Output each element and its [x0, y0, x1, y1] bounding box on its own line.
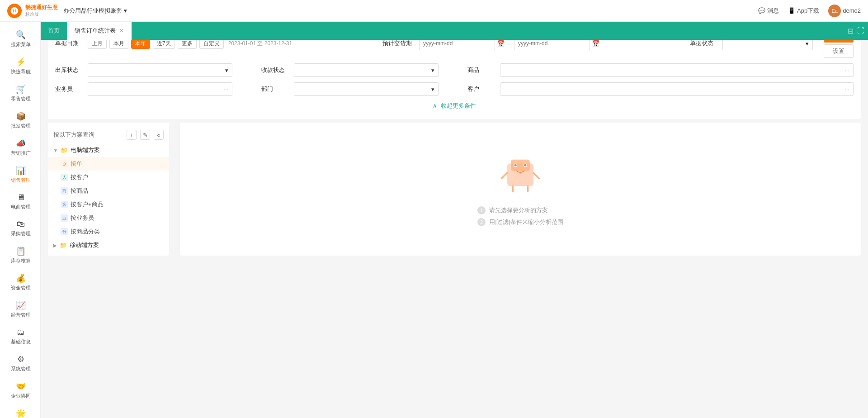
- tree-mobile-section: ▶ 📁 移动端方案: [48, 238, 169, 252]
- left-panel: 按以下方案查询 + ✎ « ▼ 📁: [48, 123, 169, 256]
- collapse-btn[interactable]: ∧ 收起更多条件: [55, 98, 854, 114]
- by-goods-category-icon: 分: [61, 228, 68, 235]
- topbar: 畅捷通好生意 标准版 办公用品行业模拟账套 ▾ 💬 消息 📱 App下载 Ea …: [0, 0, 868, 22]
- tab-home[interactable]: 首页: [41, 22, 67, 40]
- empty-hints: 1 请先选择要分析的方案 2 用[过滤]条件来缩小分析范围: [477, 204, 563, 228]
- tree-by-order[interactable]: ⊙ 按单: [48, 157, 169, 171]
- tree-by-goods-category[interactable]: 分 按商品分类: [48, 225, 169, 238]
- salesperson-select[interactable]: ···: [88, 82, 232, 96]
- left-panel-title: 按以下方案查询: [53, 131, 94, 139]
- sidebar-nav: 🔍 搜索菜单 ⚡ 快捷导航 🛒 零售管理 📦 批发管理 📣 营销推广 📊 销售管…: [0, 22, 40, 263]
- hint-num-1: 1: [477, 206, 486, 214]
- expected-delivery-label: 预计交货期: [382, 39, 412, 48]
- order-status-dropdown-icon: ▾: [806, 40, 809, 47]
- payment-status-select[interactable]: ▾: [294, 63, 439, 77]
- tree-pc-section: ▼ 📁 电脑端方案 ⊙ 按单 人 按客户 商 按商品 客: [48, 143, 169, 238]
- payment-status-dropdown-icon: ▾: [431, 67, 434, 74]
- department-select[interactable]: ▾: [294, 82, 439, 96]
- department-dropdown-icon: ▾: [431, 86, 434, 93]
- by-salesperson-icon: 业: [61, 214, 68, 222]
- topbar-right: 💬 消息 📱 App下载 Ea demo2: [758, 5, 861, 17]
- goods-label: 商品: [467, 66, 493, 74]
- empty-hint-row-1: 1 请先选择要分析的方案: [477, 204, 563, 216]
- tree-mobile-arrow-icon: ▶: [53, 243, 57, 248]
- cal-icon-left[interactable]: 📅: [497, 40, 505, 47]
- user-area[interactable]: Ea demo2: [828, 5, 861, 17]
- payment-status-label: 收款状态: [261, 66, 287, 74]
- empty-illustration: [498, 150, 543, 195]
- by-customer-goods-icon: 客: [61, 201, 68, 208]
- by-customer-icon: 人: [61, 174, 68, 181]
- tree-arrow-icon: ▼: [53, 148, 58, 153]
- sidebar-item-quicknav[interactable]: ⚡ 快捷导航: [0, 52, 40, 80]
- edit-icon: ✎: [143, 132, 148, 138]
- settings-btn[interactable]: 设置: [824, 44, 854, 58]
- tab-minimize-icon[interactable]: ⊟: [848, 27, 854, 35]
- sidebar-item-sales[interactable]: 📊 销售管理: [0, 161, 40, 188]
- logo-area: 畅捷通好生意 标准版: [7, 4, 58, 18]
- tab-sales-order-stats[interactable]: 销售订单统计表 ✕: [67, 22, 132, 40]
- split-layout: 按以下方案查询 + ✎ « ▼ 📁: [48, 123, 861, 256]
- tab-close-icon[interactable]: ✕: [119, 28, 124, 34]
- quicknav-icon: ⚡: [16, 57, 26, 67]
- inventory-icon: 📋: [16, 246, 26, 256]
- search-icon: 🔍: [16, 30, 26, 40]
- mobile-folder-icon: 📁: [60, 242, 67, 249]
- collapse-panel-btn[interactable]: «: [154, 130, 164, 140]
- customer-select[interactable]: ···: [500, 82, 854, 96]
- sidebar-item-wholesale[interactable]: 📦 批发管理: [0, 107, 40, 134]
- logo-text: 畅捷通好生意 标准版: [25, 4, 58, 17]
- tree-by-customer[interactable]: 人 按客户: [48, 171, 169, 184]
- hint-num-2: 2: [477, 218, 486, 226]
- salesperson-more-icon[interactable]: ···: [223, 86, 228, 93]
- delivery-status-label: 出库状态: [55, 66, 80, 74]
- sidebar-item-search[interactable]: 🔍 搜索菜单: [0, 25, 40, 52]
- empty-state: 1 请先选择要分析的方案 2 用[过滤]条件来缩小分析范围: [459, 132, 581, 246]
- svg-line-10: [533, 173, 539, 179]
- by-goods-icon: 商: [61, 187, 68, 195]
- folder-icon: 📁: [61, 147, 68, 154]
- filter-row-3: 业务员 ··· 部门 ▾ 客户 ···: [55, 82, 854, 96]
- delivery-status-dropdown-icon: ▾: [225, 67, 228, 74]
- ecommerce-icon: 🖥: [17, 193, 25, 202]
- tabbar: 首页 销售订单统计表 ✕ ⊟ ⛶: [41, 22, 868, 40]
- customer-more-icon[interactable]: ···: [844, 86, 849, 93]
- svg-point-6: [524, 164, 526, 166]
- tree-by-salesperson[interactable]: 业 按业务员: [48, 211, 169, 225]
- cal-icon-right[interactable]: 📅: [592, 40, 599, 47]
- sidebar: 🔍 搜索菜单 ⚡ 快捷导航 🛒 零售管理 📦 批发管理 📣 营销推广 📊 销售管…: [0, 0, 41, 263]
- phone-icon: 📱: [788, 7, 795, 14]
- tree-pc-parent[interactable]: ▼ 📁 电脑端方案: [48, 143, 169, 157]
- message-btn[interactable]: 💬 消息: [758, 7, 779, 15]
- tree-by-customer-goods[interactable]: 客 按客户+商品: [48, 198, 169, 211]
- date-separator: —: [506, 40, 512, 47]
- tree-by-goods[interactable]: 商 按商品: [48, 184, 169, 198]
- dropdown-arrow-icon: ▾: [124, 7, 127, 14]
- sidebar-item-purchase[interactable]: 🛍 采购管理: [0, 215, 40, 242]
- goods-select[interactable]: ···: [500, 63, 854, 77]
- wholesale-icon: 📦: [16, 111, 26, 121]
- left-panel-tools: + ✎ «: [127, 130, 164, 140]
- marketing-icon: 📣: [16, 138, 26, 148]
- tab-maximize-icon[interactable]: ⛶: [857, 27, 864, 35]
- svg-line-9: [501, 173, 507, 179]
- goods-more-icon[interactable]: ···: [844, 67, 849, 74]
- edit-scheme-btn[interactable]: ✎: [140, 130, 150, 140]
- sales-icon: 📊: [16, 166, 26, 176]
- sidebar-item-marketing[interactable]: 📣 营销推广: [0, 134, 40, 161]
- sidebar-item-ecommerce[interactable]: 🖥 电商管理: [0, 188, 40, 215]
- department-label: 部门: [261, 85, 287, 93]
- retail-icon: 🛒: [16, 84, 26, 94]
- filter-row-2: 出库状态 ▾ 收款状态 ▾ 商品 ···: [55, 63, 854, 77]
- sidebar-item-retail[interactable]: 🛒 零售管理: [0, 80, 40, 107]
- topbar-left: 畅捷通好生意 标准版 办公用品行业模拟账套 ▾: [7, 4, 127, 18]
- product-dropdown[interactable]: 办公用品行业模拟账套 ▾: [63, 7, 127, 15]
- app-download-btn[interactable]: 📱 App下载: [788, 7, 819, 15]
- date-range-text: 2023-01-01 至 2023-12-31: [228, 40, 292, 48]
- add-scheme-btn[interactable]: +: [127, 130, 137, 140]
- salesperson-label: 业务员: [55, 85, 80, 93]
- sidebar-item-inventory[interactable]: 📋 库存核算: [0, 242, 40, 263]
- delivery-status-select[interactable]: ▾: [88, 63, 232, 77]
- purchase-icon: 🛍: [17, 219, 25, 229]
- tree-mobile-parent[interactable]: ▶ 📁 移动端方案: [48, 238, 169, 252]
